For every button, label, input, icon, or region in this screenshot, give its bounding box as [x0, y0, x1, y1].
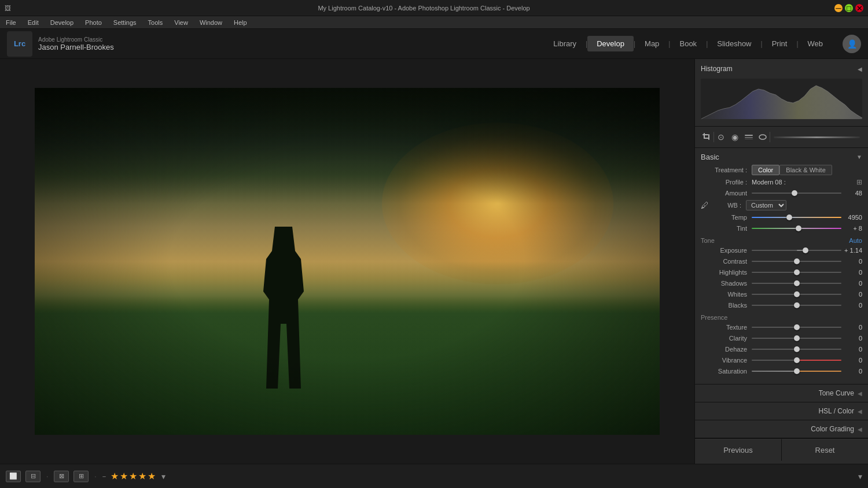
- ground: [35, 261, 660, 435]
- basic-panel-header[interactable]: Basic ▼: [695, 148, 868, 165]
- tone-auto-button[interactable]: Auto: [849, 237, 862, 244]
- photo-container: [35, 88, 660, 435]
- exposure-value: + 1.14: [841, 247, 862, 254]
- app-name: Adobe Lightroom Classic: [38, 36, 114, 43]
- histogram-section: Histogram ◀: [695, 59, 868, 127]
- nav-develop[interactable]: Develop: [587, 36, 634, 51]
- color-treatment-button[interactable]: Color: [752, 165, 779, 175]
- photo-area: [0, 59, 694, 464]
- profile-row: Profile : Modern 08 : ⊞: [701, 178, 862, 186]
- menu-photo[interactable]: Photo: [83, 18, 104, 27]
- menu-tools[interactable]: Tools: [146, 18, 165, 27]
- presence-label: Presence: [701, 314, 727, 321]
- svg-rect-6: [745, 139, 753, 139]
- menu-edit[interactable]: Edit: [25, 18, 41, 27]
- contrast-slider[interactable]: [752, 257, 841, 265]
- hsl-color-section[interactable]: HSL / Color ◀: [695, 402, 868, 420]
- title-bar: 🖼 My Lightroom Catalog-v10 - Adobe Photo…: [0, 0, 868, 16]
- svg-rect-2: [708, 134, 709, 140]
- shadows-row: Shadows 0: [701, 279, 862, 287]
- tint-row: Tint + 8: [701, 224, 862, 232]
- whites-value: 0: [841, 291, 862, 298]
- histogram-header[interactable]: Histogram ◀: [701, 62, 862, 75]
- bottom-right-arrow[interactable]: ▾: [858, 472, 862, 481]
- user-info: Adobe Lightroom Classic Jason Parnell-Br…: [38, 36, 114, 51]
- logo-text: Lrc: [14, 39, 25, 48]
- dehaze-slider[interactable]: [752, 345, 841, 353]
- tint-slider[interactable]: [752, 224, 841, 232]
- blacks-label: Blacks: [701, 302, 747, 309]
- profile-avatar[interactable]: 👤: [843, 35, 861, 53]
- svg-rect-4: [745, 135, 753, 136]
- vibrance-row: Vibrance 0: [701, 356, 862, 364]
- blacks-slider[interactable]: [752, 301, 841, 309]
- hsl-color-arrow: ◀: [858, 408, 862, 415]
- bottom-bar: ⬜ ⊟ · ⊠ ⊞ · − ★★★★★ ▾ ▾: [0, 464, 868, 488]
- menu-view[interactable]: View: [172, 18, 190, 27]
- view-compare-button[interactable]: ⊟: [25, 471, 41, 482]
- red-eye-icon[interactable]: ◉: [728, 130, 742, 144]
- star-rating[interactable]: ★★★★★: [111, 471, 157, 482]
- crop-icon[interactable]: [700, 130, 713, 144]
- profile-value[interactable]: Modern 08 :: [752, 179, 856, 186]
- saturation-slider[interactable]: [752, 367, 841, 375]
- menu-file[interactable]: File: [3, 18, 19, 27]
- shadows-label: Shadows: [701, 280, 747, 287]
- histogram-canvas: [701, 79, 862, 119]
- close-button[interactable]: ✕: [855, 4, 863, 12]
- nav-web[interactable]: Web: [799, 36, 833, 51]
- menu-window[interactable]: Window: [197, 18, 225, 27]
- shadows-slider[interactable]: [752, 279, 841, 287]
- radial-filter-icon[interactable]: [756, 130, 770, 144]
- amount-slider[interactable]: [752, 189, 841, 197]
- vibrance-slider[interactable]: [752, 356, 841, 364]
- exposure-label: Exposure: [701, 247, 747, 254]
- exposure-slider[interactable]: [752, 246, 841, 254]
- whites-slider[interactable]: [752, 290, 841, 298]
- basic-panel-section: Basic ▼ Treatment : Color Black & White …: [695, 148, 868, 385]
- amount-label: Amount: [701, 190, 747, 197]
- nav-map[interactable]: Map: [635, 36, 668, 51]
- tree-silhouette: [35, 88, 660, 204]
- main-layout: Histogram ◀: [0, 59, 868, 464]
- maximize-button[interactable]: □: [845, 4, 853, 12]
- vibrance-label: Vibrance: [701, 357, 747, 364]
- user-name: Jason Parnell-Brookes: [38, 43, 114, 51]
- nav-slideshow[interactable]: Slideshow: [708, 36, 760, 51]
- color-grading-section[interactable]: Color Grading ◀: [695, 420, 868, 438]
- minimize-button[interactable]: ─: [834, 4, 843, 12]
- view-grid-button[interactable]: ⊞: [73, 471, 89, 482]
- view-single-button[interactable]: ⬜: [6, 471, 21, 482]
- svg-point-7: [759, 135, 766, 139]
- whites-row: Whites 0: [701, 290, 862, 298]
- texture-slider[interactable]: [752, 323, 841, 331]
- tone-curve-section[interactable]: Tone Curve ◀: [695, 385, 868, 402]
- eyedropper-icon[interactable]: 🖊: [701, 201, 709, 210]
- graduated-filter-icon[interactable]: [742, 130, 756, 144]
- previous-button[interactable]: Previous: [695, 439, 782, 461]
- menu-develop[interactable]: Develop: [48, 18, 76, 27]
- amount-row: Amount 48: [701, 189, 862, 197]
- tone-curve-arrow: ◀: [858, 390, 862, 397]
- bottom-dropdown-arrow[interactable]: ▾: [161, 472, 165, 481]
- clarity-slider[interactable]: [752, 334, 841, 342]
- view-zoom-button[interactable]: ⊠: [54, 471, 69, 482]
- menu-settings[interactable]: Settings: [111, 18, 139, 27]
- nav-book[interactable]: Book: [670, 36, 706, 51]
- nav-print[interactable]: Print: [763, 36, 797, 51]
- dehaze-row: Dehaze 0: [701, 345, 862, 353]
- reset-button[interactable]: Reset: [782, 439, 868, 461]
- texture-value: 0: [841, 324, 862, 331]
- spot-removal-icon[interactable]: ⊙: [714, 130, 728, 144]
- basic-panel-title: Basic: [701, 153, 719, 161]
- tone-section-label: Tone Auto: [701, 237, 862, 244]
- temp-slider[interactable]: [752, 213, 841, 221]
- bw-treatment-button[interactable]: Black & White: [779, 165, 832, 175]
- menu-help[interactable]: Help: [231, 18, 249, 27]
- highlights-slider[interactable]: [752, 268, 841, 276]
- nav-library[interactable]: Library: [544, 36, 586, 51]
- profile-label: Profile :: [701, 179, 747, 186]
- profile-grid-icon[interactable]: ⊞: [856, 178, 862, 186]
- wb-dropdown[interactable]: Custom As Shot Auto Daylight Cloudy Shad…: [746, 200, 786, 210]
- texture-label: Texture: [701, 324, 747, 331]
